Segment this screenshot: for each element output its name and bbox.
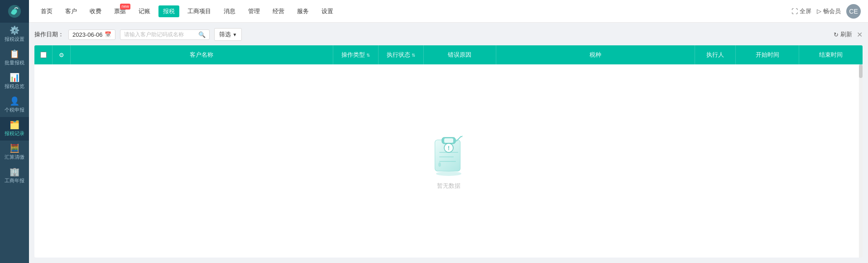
nav-operations[interactable]: 经营	[268, 5, 289, 17]
svg-point-13	[438, 162, 441, 167]
nav-invoice[interactable]: 票据 new	[110, 5, 130, 17]
person-icon: 👤	[10, 97, 19, 105]
date-label: 操作日期：	[34, 30, 64, 39]
gear-icon: ⚙	[59, 52, 64, 58]
sidebar-item-tax-settings[interactable]: ⚙️ 报税设置	[0, 23, 29, 46]
sort-icon-status: ⇅	[412, 53, 415, 58]
chevron-down-icon: ▼	[233, 32, 237, 37]
toolbar-right: ↻ 刷新 ✕	[834, 30, 863, 39]
th-error: 错误原因	[424, 45, 496, 64]
nav-industry[interactable]: 工商项目	[183, 5, 216, 17]
calc-icon: 🧮	[10, 144, 19, 152]
nav-customers[interactable]: 客户	[61, 5, 82, 17]
th-start-time: 开始时间	[736, 45, 799, 64]
sort-icon-op-type: ⇅	[366, 53, 370, 58]
scroll-thumb[interactable]	[859, 64, 863, 78]
th-op-type[interactable]: 操作类型 ⇅	[333, 45, 379, 64]
filter-button[interactable]: 筛选 ▼	[214, 28, 242, 41]
date-picker[interactable]: 2023-06-06 📅	[68, 29, 115, 40]
nav-manage[interactable]: 管理	[244, 5, 264, 17]
th-executor: 执行人	[695, 45, 736, 64]
th-checkbox[interactable]	[34, 45, 53, 64]
fullscreen-btn[interactable]: ⛶ 全屏	[791, 7, 811, 15]
empty-illustration: ! 暂无数据	[428, 132, 469, 190]
sidebar-logo[interactable]	[0, 0, 29, 23]
search-box: 🔍	[120, 29, 210, 40]
overview-icon: 📊	[10, 73, 19, 82]
nav-messages[interactable]: 消息	[219, 5, 240, 17]
sidebar-item-tax-records[interactable]: 🗂️ 报税记录	[0, 117, 29, 141]
th-tax: 税种	[496, 45, 695, 64]
toolbar: 操作日期： 2023-06-06 📅 🔍 筛选 ▼ ↻ 刷新 ✕	[34, 28, 863, 41]
nav-accounts[interactable]: 记账	[134, 5, 155, 17]
nav-service[interactable]: 服务	[293, 5, 313, 17]
batch-icon: 📋	[10, 50, 19, 58]
new-badge: new	[120, 4, 130, 10]
avatar[interactable]: CE	[846, 4, 861, 19]
scroll-track[interactable]	[859, 64, 863, 258]
table-header: ⚙ 客户名称 操作类型 ⇅ 执行状态 ⇅ 错误原因 税种	[34, 45, 863, 64]
refresh-icon: ↻	[834, 31, 839, 38]
annual-icon: 🏢	[10, 168, 19, 176]
sidebar-item-calc-pay[interactable]: 🧮 汇算清缴	[0, 141, 29, 164]
member-btn[interactable]: ▷ 畅会员	[817, 7, 841, 15]
nav-right: ⛶ 全屏 ▷ 畅会员 CE	[791, 4, 861, 19]
table-container: ⚙ 客户名称 操作类型 ⇅ 执行状态 ⇅ 错误原因 税种	[34, 45, 863, 258]
sidebar-item-annual-report[interactable]: 🏢 工商年报	[0, 164, 29, 188]
sidebar: ⚙️ 报税设置 📋 批量报税 📊 报税总览 👤 个税申报 🗂️ 报税记录 🧮 汇…	[0, 0, 29, 263]
select-all-checkbox[interactable]	[40, 52, 47, 58]
main-content: 首页 客户 收费 票据 new 记账 报税 工商项目 消息 管理 经营 服务 设…	[29, 0, 868, 263]
sidebar-item-tax-overview[interactable]: 📊 报税总览	[0, 70, 29, 93]
table-body: ! 暂无数据	[34, 64, 863, 258]
nav-home[interactable]: 首页	[36, 5, 57, 17]
sidebar-item-personal-tax[interactable]: 👤 个税申报	[0, 93, 29, 117]
th-gear[interactable]: ⚙	[53, 45, 71, 64]
close-button[interactable]: ✕	[857, 30, 863, 39]
nav-billing[interactable]: 收费	[85, 5, 106, 17]
page-area: 操作日期： 2023-06-06 📅 🔍 筛选 ▼ ↻ 刷新 ✕	[29, 23, 868, 263]
nav-settings[interactable]: 设置	[317, 5, 338, 17]
calendar-icon: 📅	[105, 31, 111, 38]
svg-text:!: !	[447, 145, 449, 151]
svg-marker-12	[461, 136, 463, 137]
top-nav: 首页 客户 收费 票据 new 记账 报税 工商项目 消息 管理 经营 服务 设…	[29, 0, 868, 23]
refresh-button[interactable]: ↻ 刷新	[834, 30, 852, 39]
th-end-time: 结束时间	[799, 45, 863, 64]
svg-rect-5	[444, 138, 453, 143]
date-value: 2023-06-06	[72, 31, 103, 38]
fullscreen-icon: ⛶	[791, 8, 798, 15]
empty-text: 暂无数据	[437, 182, 460, 190]
search-icon[interactable]: 🔍	[198, 31, 206, 38]
settings-icon: ⚙️	[10, 26, 19, 34]
th-status[interactable]: 执行状态 ⇅	[379, 45, 424, 64]
empty-icon: !	[428, 132, 469, 177]
play-icon: ▷	[817, 8, 821, 15]
th-customer-name: 客户名称	[71, 45, 333, 64]
svg-point-1	[436, 171, 461, 176]
records-icon: 🗂️	[10, 121, 19, 129]
sidebar-item-batch-tax[interactable]: 📋 批量报税	[0, 46, 29, 70]
search-input[interactable]	[124, 31, 197, 38]
nav-tax[interactable]: 报税	[158, 5, 179, 17]
